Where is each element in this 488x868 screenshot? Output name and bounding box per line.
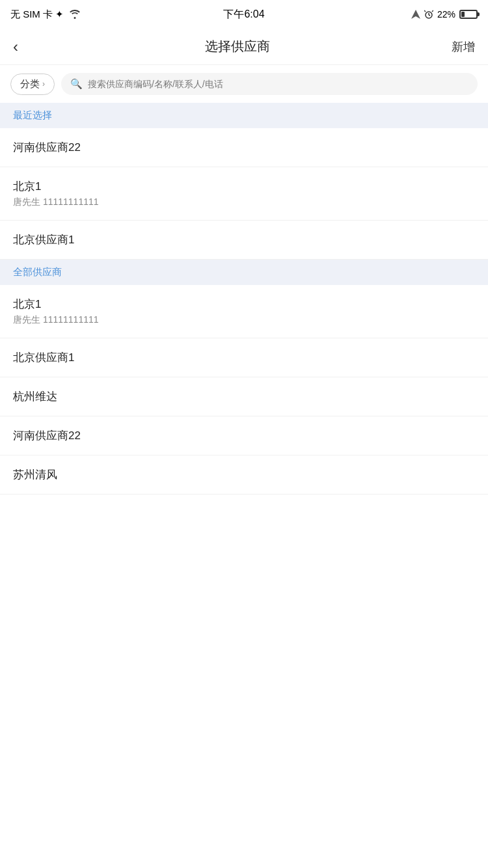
- item-name: 苏州清风: [13, 467, 475, 482]
- battery-icon: [459, 10, 478, 19]
- list-item[interactable]: 北京供应商1: [0, 338, 488, 377]
- item-name: 杭州维达: [13, 389, 475, 404]
- battery-percent: 22%: [437, 9, 455, 20]
- section-header-text-1: 全部供应商: [13, 266, 62, 277]
- back-button[interactable]: ‹: [8, 33, 23, 61]
- chevron-right-icon: ›: [42, 79, 45, 88]
- item-name: 北京1: [13, 179, 475, 194]
- section-header-0: 最近选择: [0, 103, 488, 128]
- status-right: 22%: [411, 9, 478, 20]
- alarm-icon: [424, 10, 433, 19]
- search-input[interactable]: [88, 79, 468, 89]
- item-name: 河南供应商22: [13, 428, 475, 443]
- location-icon: [411, 10, 420, 19]
- list-item[interactable]: 北京供应商1: [0, 221, 488, 260]
- search-icon: 🔍: [70, 78, 83, 90]
- item-name: 北京1: [13, 297, 475, 312]
- nav-bar: ‹ 选择供应商 新增: [0, 29, 488, 65]
- status-left: 无 SIM 卡 ✦: [10, 8, 81, 21]
- add-button[interactable]: 新增: [452, 39, 475, 55]
- list-item[interactable]: 北京1唐先生 11111111111: [0, 167, 488, 221]
- list-item[interactable]: 苏州清风: [0, 455, 488, 495]
- svg-line-2: [429, 15, 430, 16]
- section-header-text-0: 最近选择: [13, 109, 52, 120]
- wifi-icon: [69, 10, 81, 19]
- search-box: 🔍: [61, 73, 478, 95]
- item-name: 北京供应商1: [13, 232, 475, 247]
- status-bar: 无 SIM 卡 ✦ 下午6:04 22%: [0, 0, 488, 29]
- list-item[interactable]: 河南供应商22: [0, 416, 488, 455]
- item-name: 河南供应商22: [13, 140, 475, 155]
- item-sub: 唐先生 11111111111: [13, 314, 475, 326]
- supplier-list: 最近选择河南供应商22北京1唐先生 11111111111北京供应商1全部供应商…: [0, 103, 488, 495]
- filter-bar: 分类 › 🔍: [0, 65, 488, 103]
- list-item[interactable]: 北京1唐先生 11111111111: [0, 285, 488, 338]
- item-sub: 唐先生 11111111111: [13, 197, 475, 208]
- category-button[interactable]: 分类 ›: [10, 74, 55, 95]
- list-item[interactable]: 河南供应商22: [0, 128, 488, 167]
- page-title: 选择供应商: [205, 38, 270, 55]
- sim-label: 无 SIM 卡 ✦: [10, 8, 64, 21]
- list-item[interactable]: 杭州维达: [0, 377, 488, 416]
- section-header-1: 全部供应商: [0, 260, 488, 285]
- status-time: 下午6:04: [223, 8, 264, 21]
- item-name: 北京供应商1: [13, 350, 475, 365]
